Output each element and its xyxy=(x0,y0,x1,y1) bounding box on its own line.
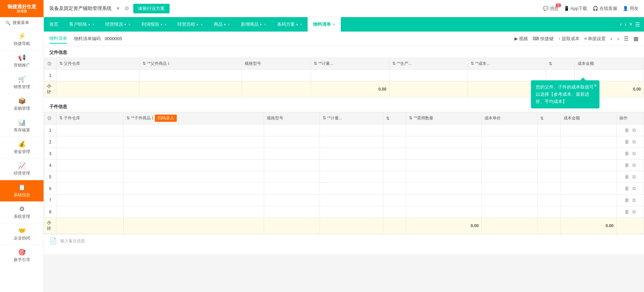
child-row-qty[interactable] xyxy=(406,171,482,183)
child-row-warehouse[interactable] xyxy=(57,195,124,206)
dropdown-arrow-icon[interactable]: ▼ xyxy=(116,6,120,11)
child-row-spec[interactable] xyxy=(264,195,320,206)
sidebar-item-inventory[interactable]: 📊 库存核算 xyxy=(0,115,44,137)
child-row-goods[interactable] xyxy=(124,183,264,195)
col-sort-icon[interactable]: ⇅ xyxy=(143,61,146,66)
child-row-warehouse[interactable] xyxy=(57,148,124,160)
child-row-spec[interactable] xyxy=(264,136,320,148)
copy-row-icon[interactable]: ⧉ xyxy=(632,162,636,168)
child-row-warehouse[interactable] xyxy=(57,171,124,183)
close-icon[interactable]: × xyxy=(128,22,130,26)
child-row-unit[interactable] xyxy=(320,125,383,136)
close-icon[interactable]: × xyxy=(92,22,94,26)
child-row-qty[interactable] xyxy=(406,206,482,218)
copy-row-icon[interactable]: ⧉ xyxy=(632,209,636,214)
child-row-unit-price[interactable] xyxy=(482,206,537,218)
child-row-goods[interactable] xyxy=(124,125,264,136)
tab-goods[interactable]: 商品 ▾ × xyxy=(208,17,235,32)
child-row-spec[interactable] xyxy=(264,160,320,171)
child-row-qty[interactable] xyxy=(406,183,482,195)
parent-row-col8[interactable] xyxy=(546,70,575,81)
child-row-unit-price[interactable] xyxy=(482,125,537,136)
col-sort-icon[interactable]: ⇅ xyxy=(549,61,552,66)
child-row-unit[interactable] xyxy=(320,171,383,183)
delete-row-icon[interactable]: 🗑 xyxy=(624,197,629,203)
subtab-label[interactable]: 物料清单编码 xyxy=(74,36,101,41)
tooltip-close-button[interactable]: × xyxy=(594,82,597,89)
child-row-goods[interactable] xyxy=(124,171,264,183)
tab-operations[interactable]: 经营情况 ▾ × xyxy=(100,17,136,32)
col-sort-icon[interactable]: ⇅ xyxy=(59,61,63,66)
sidebar-item-enterprise[interactable]: 🤝 企业协同 xyxy=(0,223,44,245)
child-row-spec[interactable] xyxy=(264,206,320,218)
parent-row-unit[interactable] xyxy=(311,70,389,81)
copy-row-icon[interactable]: ⧉ xyxy=(632,197,636,203)
col-sort-icon[interactable]: ⇅ xyxy=(314,61,317,66)
child-row-goods[interactable] xyxy=(124,195,264,206)
delete-row-icon[interactable]: 🗑 xyxy=(624,186,629,191)
close-icon[interactable]: × xyxy=(164,22,166,26)
app-download-button[interactable]: 📱 App下载 xyxy=(564,5,587,12)
child-row-unit-price[interactable] xyxy=(482,148,537,160)
message-button[interactable]: 💬 6 消息 xyxy=(543,5,559,12)
child-row-warehouse[interactable] xyxy=(57,183,124,195)
parent-row-goods[interactable] xyxy=(140,70,242,81)
col-sort-icon[interactable]: ⇅ xyxy=(59,116,63,120)
child-row-col6[interactable] xyxy=(383,148,406,160)
child-row-unit-price[interactable] xyxy=(482,171,537,183)
subtab-bom-list[interactable]: 物料清单 xyxy=(49,34,67,44)
user-menu[interactable]: 👤 用友 xyxy=(623,5,639,12)
child-row-goods[interactable] xyxy=(124,148,264,160)
child-row-spec[interactable] xyxy=(264,148,320,160)
child-row-unit[interactable] xyxy=(320,148,383,160)
delete-row-icon[interactable]: 🗑 xyxy=(624,139,629,144)
child-row-goods[interactable] xyxy=(124,136,264,148)
child-row-col6[interactable] xyxy=(383,195,406,206)
parent-row-production[interactable] xyxy=(389,70,468,81)
child-row-warehouse[interactable] xyxy=(57,125,124,136)
child-row-col9[interactable] xyxy=(537,183,561,195)
child-row-unit[interactable] xyxy=(320,160,383,171)
online-service-button[interactable]: 🎧 在线客服 xyxy=(593,5,617,12)
close-icon[interactable]: × xyxy=(333,22,335,26)
col-sort-icon[interactable]: ⇅ xyxy=(409,116,412,120)
child-row-col6[interactable] xyxy=(383,160,406,171)
col-sort-icon[interactable]: ⇅ xyxy=(392,61,396,66)
child-row-col9[interactable] xyxy=(537,125,561,136)
child-row-col9[interactable] xyxy=(537,136,561,148)
grid-view-icon[interactable]: ☰ xyxy=(624,35,629,42)
child-row-qty[interactable] xyxy=(406,148,482,160)
extract-cost-button[interactable]: ↑ 提取成本 xyxy=(558,36,580,42)
shortcut-button[interactable]: ⌨ 快捷键 xyxy=(533,36,554,42)
copy-row-icon[interactable]: ⧉ xyxy=(632,174,636,179)
column-settings-icon[interactable]: ⚙ xyxy=(47,115,52,121)
list-view-icon[interactable]: ▦ xyxy=(633,35,639,42)
nav-menu-icon[interactable]: ☰ xyxy=(634,21,641,28)
scan-input-button[interactable]: 扫码录入 xyxy=(155,115,177,122)
parent-row-cost[interactable] xyxy=(468,70,546,81)
delete-row-icon[interactable]: 🗑 xyxy=(624,209,629,214)
sidebar-item-system[interactable]: ⚙ 系统管理 xyxy=(0,202,44,223)
child-row-col6[interactable] xyxy=(383,136,406,148)
parent-row-warehouse[interactable] xyxy=(57,70,140,81)
col-sort-icon[interactable]: ⇅ xyxy=(471,61,474,66)
child-row-col9[interactable] xyxy=(537,195,561,206)
delete-row-icon[interactable]: 🗑 xyxy=(624,127,629,133)
child-row-unit-price[interactable] xyxy=(482,195,537,206)
prev-page-icon[interactable]: ‹ xyxy=(610,36,612,42)
copy-row-icon[interactable]: ⧉ xyxy=(632,186,636,191)
child-row-spec[interactable] xyxy=(264,183,320,195)
close-icon[interactable]: × xyxy=(300,22,302,26)
tab-profit[interactable]: 利润报告 ▾ × xyxy=(136,17,172,32)
column-settings-icon[interactable]: ⚙ xyxy=(47,61,52,67)
child-row-unit[interactable] xyxy=(320,206,383,218)
doc-settings-button[interactable]: ≡ 单据设置 xyxy=(584,36,606,42)
child-row-warehouse[interactable] xyxy=(57,160,124,171)
sidebar-item-basic-info[interactable]: 📋 基础信息 xyxy=(0,180,44,202)
col-sort-icon[interactable]: ⇅ xyxy=(386,116,389,121)
tab-home[interactable]: 首页 xyxy=(44,17,64,32)
tab-add-goods[interactable]: 新增商品 ▾ × xyxy=(235,17,271,32)
child-row-spec[interactable] xyxy=(264,171,320,183)
tab-customer[interactable]: 客户联络 ▾ × xyxy=(64,17,100,32)
copy-row-icon[interactable]: ⧉ xyxy=(632,151,636,156)
